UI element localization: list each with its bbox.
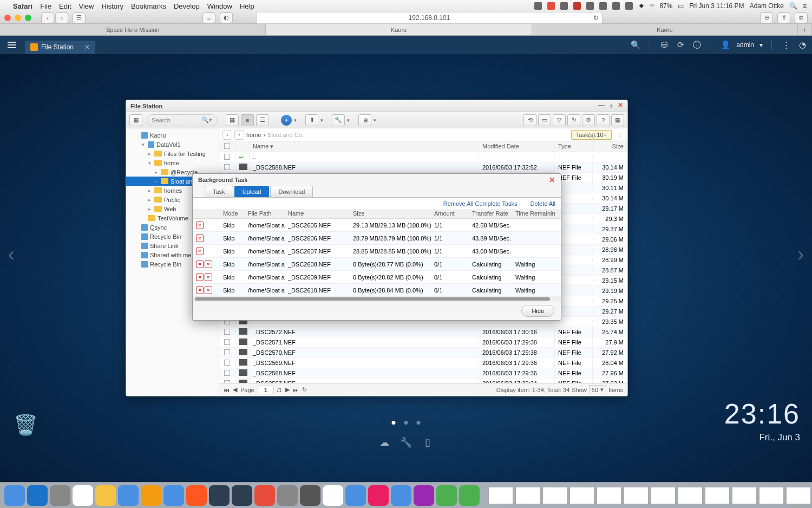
favorite-icon[interactable]: ☆ xyxy=(617,131,624,139)
page-dot[interactable] xyxy=(392,421,396,425)
file-row[interactable]: _DSC2568.NEF2016/06/03 17:29:36NEF File2… xyxy=(219,368,627,379)
task-row[interactable]: Skip/home/Sloat and..._DSC2606.NEF28.79 … xyxy=(193,232,561,245)
file-row[interactable]: _DSC2572.NEF2016/06/03 17:30:16NEF File2… xyxy=(219,327,627,337)
book-icon[interactable]: ▯ xyxy=(422,437,434,448)
share-button[interactable]: 🖥 xyxy=(358,114,371,126)
menubar-extra-icon[interactable] xyxy=(599,2,607,10)
tools-icon[interactable]: 🔧 xyxy=(400,437,412,448)
dock-app-icon[interactable] xyxy=(73,485,93,506)
menubar-extra-icon[interactable] xyxy=(612,2,620,10)
dock-app-icon[interactable] xyxy=(4,485,25,506)
dock-window-thumbnail[interactable] xyxy=(705,487,730,504)
dock-app-icon[interactable] xyxy=(232,485,252,506)
menu-button[interactable] xyxy=(4,38,19,52)
upload-button[interactable]: ⬆ xyxy=(305,114,318,126)
dock-app-icon[interactable] xyxy=(436,485,457,506)
maximize-icon[interactable]: ＋ xyxy=(608,101,614,110)
reload-icon[interactable]: ↻ xyxy=(593,14,599,22)
dock-app-icon[interactable] xyxy=(368,485,389,506)
file-row[interactable]: _DSC2567.NEF2016/06/03 17:29:34NEF File2… xyxy=(219,379,627,383)
filter-button[interactable]: ▽ xyxy=(553,114,566,126)
stop-task-button[interactable] xyxy=(196,286,204,294)
dock-app-icon[interactable] xyxy=(118,485,139,506)
tasks-icon[interactable]: ⟳ xyxy=(675,40,686,50)
menu-edit[interactable]: Edit xyxy=(59,2,71,10)
close-icon[interactable]: ✕ xyxy=(618,101,623,110)
col-size[interactable]: Size xyxy=(350,209,431,218)
dock-window-thumbnail[interactable] xyxy=(651,487,676,504)
crumb-folder[interactable]: Sloat and Co. xyxy=(267,132,304,138)
next-page-arrow[interactable]: › xyxy=(793,238,809,271)
dock-app-icon[interactable] xyxy=(323,485,343,506)
task-row[interactable]: Skip/home/Sloat and..._DSC2609.NEF0 Byte… xyxy=(193,271,561,284)
col-date[interactable]: Modified Date xyxy=(479,141,555,152)
dropdown-icon[interactable]: ▾ xyxy=(294,118,297,123)
dropdown-icon[interactable]: ▾ xyxy=(347,118,350,123)
dock-window-thumbnail[interactable] xyxy=(624,487,649,504)
menu-window[interactable]: Window xyxy=(207,2,232,10)
hide-button[interactable]: Hide xyxy=(521,305,554,317)
dock-app-icon[interactable] xyxy=(300,485,320,506)
stop-task-button[interactable] xyxy=(196,260,204,268)
col-size[interactable]: Size xyxy=(593,141,627,152)
cancel-task-button[interactable] xyxy=(196,235,204,242)
minimize-window-button[interactable] xyxy=(15,15,21,21)
tree-node[interactable]: ▾home xyxy=(126,158,219,167)
reader-button[interactable]: ≡ xyxy=(202,12,215,23)
prev-page-arrow[interactable]: ‹ xyxy=(3,238,19,271)
tabs-button[interactable]: ⧉ xyxy=(795,12,808,23)
menu-develop[interactable]: Develop xyxy=(174,2,200,10)
nav-back-button[interactable]: ‹ xyxy=(222,130,232,140)
dialog-tab-download[interactable]: Download xyxy=(270,186,313,197)
task-badge[interactable]: Task(s):10+ xyxy=(571,130,612,140)
tree-node[interactable]: ▸Files for Testing xyxy=(126,149,219,158)
file-row[interactable]: _DSC2588.NEF2016/06/03 17:32:52NEF File3… xyxy=(219,162,627,173)
cloud-icon[interactable]: ☁ xyxy=(378,437,390,448)
dock-window-thumbnail[interactable] xyxy=(759,487,784,504)
window-titlebar[interactable]: File Station — ＋ ✕ xyxy=(126,100,627,112)
dock-app-icon[interactable] xyxy=(277,485,298,506)
dock-window-thumbnail[interactable] xyxy=(515,487,540,504)
dialog-titlebar[interactable]: Background Task ✕ xyxy=(193,174,561,186)
dock-app-icon[interactable] xyxy=(50,485,70,506)
tools-button[interactable]: 🔧 xyxy=(332,114,345,126)
spotlight-icon[interactable]: 🔍 xyxy=(789,2,797,10)
dropdown-icon[interactable]: ▾ xyxy=(374,118,376,123)
dock-app-icon[interactable] xyxy=(345,485,366,506)
minimize-icon[interactable]: — xyxy=(598,101,605,110)
desktop-pager[interactable] xyxy=(392,421,421,425)
browser-tab[interactable]: Space Hero Mission xyxy=(0,24,266,35)
select-all-checkbox[interactable] xyxy=(224,143,230,149)
task-row[interactable]: Skip/home/Sloat and..._DSC2605.NEF29.13 … xyxy=(193,219,561,232)
menu-view[interactable]: View xyxy=(79,2,94,10)
refresh-button[interactable]: ↻ xyxy=(302,386,307,393)
share-button[interactable]: ⇪ xyxy=(777,12,790,23)
browser-tab[interactable]: Kaoru xyxy=(266,24,532,35)
dock-window-thumbnail[interactable] xyxy=(786,487,811,504)
close-tab-icon[interactable]: ✕ xyxy=(84,43,90,51)
user-icon[interactable]: 👤 xyxy=(720,40,731,50)
col-path[interactable]: File Path xyxy=(245,209,285,218)
menubar-extra-icon[interactable] xyxy=(586,2,594,10)
menubar-extra-icon[interactable] xyxy=(534,2,542,10)
col-type[interactable]: Type xyxy=(555,141,593,152)
snapshot-button[interactable]: ⟲ xyxy=(523,114,536,126)
settings-button[interactable]: ⚙ xyxy=(582,114,595,126)
toggle-tree-button[interactable]: ▦ xyxy=(129,114,142,126)
address-bar[interactable]: 192.168.0.101 ↻ xyxy=(256,12,603,24)
zoom-window-button[interactable] xyxy=(25,15,31,21)
create-button[interactable]: ＋ xyxy=(281,115,292,126)
dock-app-icon[interactable] xyxy=(27,485,48,506)
dialog-tab-upload[interactable]: Upload xyxy=(234,186,270,197)
battery-icon[interactable]: ▭ xyxy=(678,2,684,10)
forward-button[interactable]: › xyxy=(55,12,68,23)
dock-window-thumbnail[interactable] xyxy=(488,487,513,504)
menubar-extra-icon[interactable] xyxy=(547,2,555,10)
info-icon[interactable]: ⓘ xyxy=(691,40,702,50)
close-dialog-icon[interactable]: ✕ xyxy=(549,175,555,184)
more-icon[interactable]: ⋮ xyxy=(781,40,791,50)
search-icon[interactable]: 🔍 xyxy=(630,40,641,50)
col-name[interactable]: Name xyxy=(285,209,350,218)
browser-tab[interactable]: Kaoru xyxy=(532,24,798,35)
notification-icon[interactable]: ≡ xyxy=(803,2,807,10)
